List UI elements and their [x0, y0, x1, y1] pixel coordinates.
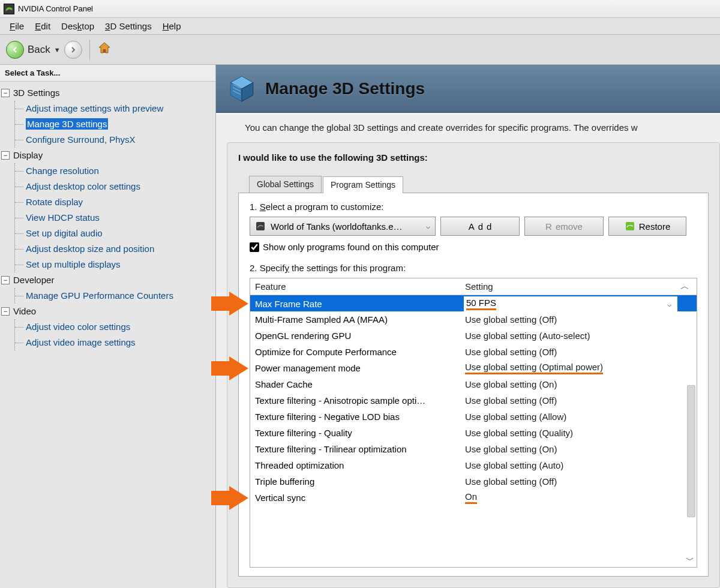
- cell-feature: Texture filtering - Trilinear optimizati…: [255, 444, 465, 454]
- restore-button[interactable]: Restore: [608, 217, 686, 236]
- back-button-icon[interactable]: [6, 41, 24, 59]
- show-only-checkbox-row[interactable]: Show only programs found on this compute…: [250, 242, 697, 252]
- menu-edit[interactable]: Edit: [30, 20, 55, 32]
- tree-item[interactable]: Set up digital audio: [15, 226, 214, 241]
- table-row[interactable]: Shader CacheUse global setting (On): [250, 376, 697, 392]
- table-row[interactable]: Power management modeUse global setting …: [250, 360, 697, 376]
- cell-setting[interactable]: Use global setting (Auto-select): [465, 331, 677, 341]
- cell-setting[interactable]: Use global setting (Off): [465, 395, 677, 406]
- svg-marker-10: [211, 356, 248, 380]
- page-header-icon: [227, 74, 257, 104]
- table-body: ﹀ Max Frame Rate50 FPS⌵Multi-Frame Sampl…: [250, 295, 697, 567]
- home-button[interactable]: [97, 41, 112, 58]
- tree-item[interactable]: Adjust video image settings: [15, 335, 214, 350]
- cell-setting[interactable]: Use global setting (Optimal power): [465, 362, 677, 374]
- svg-rect-7: [256, 222, 265, 230]
- menu-3d-settings[interactable]: 3D Settings: [100, 20, 157, 32]
- table-row[interactable]: Texture filtering - Anisotropic sample o…: [250, 392, 697, 409]
- back-dropdown-icon[interactable]: ▼: [54, 46, 61, 53]
- table-row[interactable]: Max Frame Rate50 FPS⌵: [250, 295, 697, 311]
- table-row[interactable]: Multi-Frame Sampled AA (MFAA)Use global …: [250, 311, 697, 328]
- cell-setting[interactable]: Use global setting (Off): [465, 476, 677, 487]
- table-row[interactable]: Texture filtering - Trilinear optimizati…: [250, 441, 697, 457]
- page-header: Manage 3D Settings: [216, 65, 720, 113]
- tree-category[interactable]: 3D Settings: [13, 85, 60, 101]
- tree-item[interactable]: Set up multiple displays: [15, 257, 214, 272]
- cell-setting[interactable]: On: [465, 491, 677, 504]
- menu-desktop[interactable]: Desktop: [56, 20, 99, 32]
- cell-setting[interactable]: Use global setting (Quality): [465, 428, 677, 438]
- tree-category[interactable]: Video: [13, 304, 36, 319]
- toolbar: Back ▼: [0, 35, 720, 65]
- menu-file[interactable]: File: [5, 20, 29, 32]
- tree-category[interactable]: Developer: [13, 272, 54, 288]
- tree-item[interactable]: Rotate display: [15, 194, 214, 210]
- scrollbar-thumb[interactable]: [687, 385, 695, 517]
- svg-marker-9: [211, 292, 248, 316]
- table-row[interactable]: OpenGL rendering GPUUse global setting (…: [250, 328, 697, 344]
- annotation-arrow-icon: [211, 356, 248, 380]
- cell-feature: Triple buffering: [255, 476, 465, 487]
- cell-setting[interactable]: Use global setting (Allow): [465, 412, 677, 422]
- tree-item[interactable]: Adjust image settings with preview: [15, 101, 214, 116]
- cell-setting[interactable]: 50 FPS⌵: [464, 296, 677, 311]
- step2-label: 2. Specify the settings for this program…: [250, 263, 697, 273]
- tabstrip: Global Settings Program Settings: [249, 176, 709, 193]
- cell-setting[interactable]: Use global setting (Off): [465, 314, 677, 325]
- forward-button[interactable]: [64, 41, 82, 59]
- page-description: You can change the global 3D settings an…: [216, 113, 720, 137]
- tree-collapse-icon[interactable]: −: [1, 276, 10, 284]
- back-button-label[interactable]: Back: [28, 44, 50, 56]
- tab-body: 1. Select a program to customize: World …: [238, 193, 709, 577]
- cell-feature: Multi-Frame Sampled AA (MFAA): [255, 314, 465, 325]
- page-title: Manage 3D Settings: [265, 79, 425, 98]
- chevron-down-icon: ⌵: [667, 300, 675, 308]
- table-header: Feature Setting ︿: [250, 278, 697, 295]
- tree-collapse-icon[interactable]: −: [1, 307, 10, 316]
- cell-feature: Texture filtering - Negative LOD bias: [255, 412, 465, 422]
- tab-global-settings[interactable]: Global Settings: [249, 176, 322, 193]
- tree-collapse-icon[interactable]: −: [1, 89, 10, 97]
- col-feature: Feature: [255, 281, 465, 292]
- cell-feature: Optimize for Compute Performance: [255, 347, 465, 357]
- cell-feature: Texture filtering - Anisotropic sample o…: [255, 395, 465, 406]
- tree-item[interactable]: Configure Surround, PhysX: [15, 132, 214, 148]
- menu-help[interactable]: Help: [158, 20, 186, 32]
- scroll-down-icon[interactable]: ﹀: [685, 555, 695, 566]
- show-only-label: Show only programs found on this compute…: [263, 242, 439, 252]
- table-row[interactable]: Vertical syncOn: [250, 490, 697, 506]
- table-row[interactable]: Texture filtering - Negative LOD biasUse…: [250, 409, 697, 425]
- tree-collapse-icon[interactable]: −: [1, 151, 10, 160]
- tree-item[interactable]: Adjust video color settings: [15, 319, 214, 335]
- cell-setting[interactable]: Use global setting (Off): [465, 347, 677, 357]
- tree-item[interactable]: Manage GPU Performance Counters: [15, 288, 214, 304]
- settings-panel: I would like to use the following 3D set…: [227, 142, 720, 588]
- cell-setting[interactable]: Use global setting (On): [465, 379, 677, 389]
- tree-item[interactable]: View HDCP status: [15, 210, 214, 226]
- cell-feature: Power management mode: [255, 363, 465, 373]
- add-button[interactable]: Add: [440, 217, 520, 236]
- table-row[interactable]: Optimize for Compute PerformanceUse glob…: [250, 344, 697, 360]
- table-row[interactable]: Triple bufferingUse global setting (Off): [250, 473, 697, 490]
- tree-item[interactable]: Adjust desktop size and position: [15, 241, 214, 257]
- tree-category[interactable]: Display: [13, 148, 43, 163]
- program-app-icon: [255, 222, 266, 230]
- settings-lead: I would like to use the following 3D set…: [238, 152, 709, 163]
- cell-feature: Max Frame Rate: [255, 299, 465, 309]
- program-select[interactable]: World of Tanks (worldoftanks.e… ⌵: [250, 217, 436, 236]
- content-area: Manage 3D Settings You can change the gl…: [216, 65, 720, 588]
- cell-setting[interactable]: Use global setting (Auto): [465, 460, 677, 470]
- scroll-up-icon[interactable]: ︿: [677, 281, 692, 292]
- annotation-arrow-icon: [211, 486, 248, 510]
- tree-item[interactable]: Adjust desktop color settings: [15, 179, 214, 194]
- program-row: World of Tanks (worldoftanks.e… ⌵ Add Re…: [250, 217, 697, 236]
- tree-item[interactable]: Manage 3D settings: [15, 116, 214, 132]
- tree-item[interactable]: Change resolution: [15, 163, 214, 179]
- tab-program-settings[interactable]: Program Settings: [323, 176, 403, 193]
- remove-button[interactable]: Remove: [524, 217, 604, 236]
- table-row[interactable]: Texture filtering - QualityUse global se…: [250, 425, 697, 441]
- cell-setting[interactable]: Use global setting (On): [465, 444, 677, 454]
- task-tree: −3D SettingsAdjust image settings with p…: [0, 82, 215, 354]
- show-only-checkbox[interactable]: [250, 242, 259, 252]
- table-row[interactable]: Threaded optimizationUse global setting …: [250, 457, 697, 473]
